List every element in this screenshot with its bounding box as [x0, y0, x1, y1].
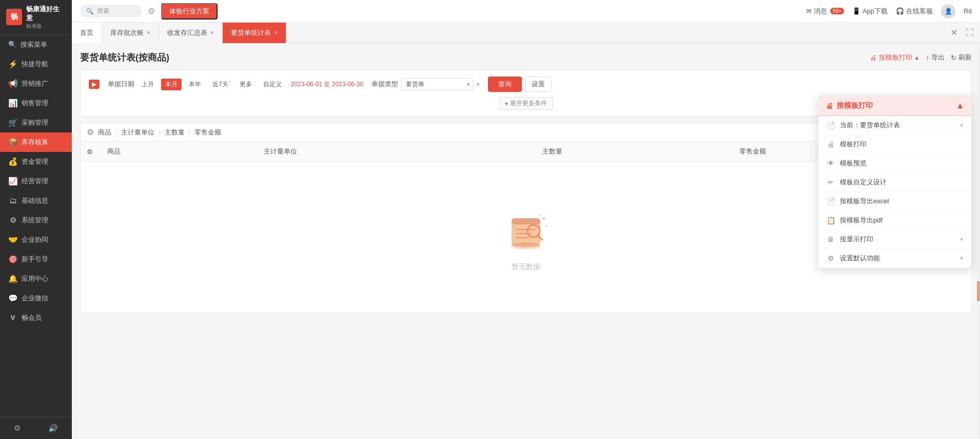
sidebar-search[interactable]: 🔍 搜索菜单 [0, 35, 72, 54]
tab-order-stats[interactable]: 要货单统计表 × [223, 23, 286, 43]
dropdown-display-print[interactable]: 🖥 按显示打印 ▾ [818, 230, 971, 249]
dropdown-template-design[interactable]: ✏ 模板自定义设计 [818, 173, 971, 192]
expand-more-btn[interactable]: ▾ 展开更多条件 [499, 97, 553, 110]
sidebar-item-cooperation[interactable]: 🤝 企业协同 [0, 230, 72, 250]
sidebar-item-finance[interactable]: 💰 资金管理 [0, 152, 72, 171]
print-dropdown-icon: ▲ [914, 54, 920, 61]
sidebar-item-system[interactable]: ⚙ 系统管理 [0, 211, 72, 230]
current-template-arrow-icon: ▾ [960, 122, 963, 129]
dropdown-chevron-icon: ▾ [476, 80, 480, 88]
tab-batch-label: 库存批次账 [110, 28, 144, 37]
settings-icon[interactable]: ⚙ [148, 6, 155, 16]
sidebar-item-quicknav[interactable]: ⚡ 快捷导航 [0, 54, 72, 74]
search-icon: 🔍 [8, 41, 16, 48]
nav-icon-wechat: 💬 [8, 294, 17, 303]
date-btn-custom[interactable]: 自定义 [259, 79, 286, 90]
dropdown-template-excel[interactable]: 📄 按模板导出excel [818, 192, 971, 211]
app-logo: 畅 畅康通好生意 标准版 [0, 0, 72, 35]
settings-icon[interactable]: ⚙ [12, 422, 23, 435]
query-button[interactable]: 查询 [488, 77, 522, 92]
sidebar-nav-list: ⚡ 快捷导航 📢 营销推广 📊 销售管理 🛒 采购管理 📦 库存核算 💰 资金管… [0, 54, 72, 417]
page-title: 要货单统计表(按商品) [80, 51, 169, 64]
sidebar-item-sales[interactable]: 📊 销售管理 [0, 93, 72, 113]
dropdown-template-preview[interactable]: 👁 模板预览 [818, 154, 971, 173]
settings-button[interactable]: 设置 [525, 77, 552, 92]
sidebar-item-inventory[interactable]: 📦 库存核算 [0, 132, 72, 152]
sidebar-item-label: 系统管理 [22, 216, 48, 225]
tab-receivables-close[interactable]: × [210, 29, 214, 36]
svg-point-9 [543, 217, 545, 219]
nav-icon-inventory: 📦 [8, 138, 17, 147]
date-btn-thisyear[interactable]: 本年 [185, 79, 205, 90]
pdf-icon: 📋 [827, 216, 835, 224]
date-btn-thismonth[interactable]: 本月 [161, 79, 182, 90]
nav-icon-cooperation: 🤝 [8, 235, 17, 244]
dropdown-default-fn[interactable]: ⚙ 设置默认功能 ▾ [818, 249, 971, 268]
th-unit: 主计量单位 [258, 142, 536, 162]
sidebar-item-operations[interactable]: 📈 经营管理 [0, 171, 72, 191]
content-area: 要货单统计表(按商品) 🖨 按模板打印 ▲ ↑ 导出 ↻ 刷新 [72, 43, 980, 439]
topbar-search[interactable]: 🔍 搜索 [80, 5, 142, 17]
sidebar-item-label: 应用中心 [22, 274, 48, 283]
dropdown-close-icon[interactable]: ▲ [956, 101, 964, 110]
tab-expand-icon[interactable]: ⛶ [964, 26, 976, 40]
message-button[interactable]: ✉ 消息 99+ [806, 7, 844, 16]
column-settings-icon[interactable]: ⚙ [87, 127, 94, 137]
type-select[interactable]: 要货单 [401, 78, 473, 90]
tab-receivables[interactable]: 收发存汇总表 × [159, 23, 223, 43]
page-header: 要货单统计表(按商品) 🖨 按模板打印 ▲ ↑ 导出 ↻ 刷新 [80, 51, 972, 64]
sidebar-item-label: 新手引导 [22, 255, 48, 264]
search-icon: 🔍 [86, 8, 94, 15]
col-quantity: 主数量 [165, 128, 185, 137]
tab-order-stats-close[interactable]: × [274, 29, 278, 36]
export-button[interactable]: ↑ 导出 [926, 53, 945, 62]
date-btn-lastmonth[interactable]: 上月 [138, 79, 158, 90]
type-filter-group: 单据类型 要货单 ▾ [371, 78, 480, 90]
nav-icon-system: ⚙ [8, 216, 17, 225]
sidebar-item-label: 企业协同 [22, 235, 48, 244]
sidebar-item-basic[interactable]: 🗂 基础信息 [0, 191, 72, 211]
svg-point-10 [546, 225, 547, 227]
app-name: 畅康通好生意 [26, 5, 66, 23]
print-dropdown-popup: 🖨 按模板打印 ▲ 📄 当前：要货单统计表 ▾ 🖨 模板打印 👁 [818, 96, 972, 269]
tab-receivables-label: 收发存汇总表 [167, 28, 207, 37]
date-btn-more[interactable]: 更多 [236, 79, 256, 90]
dropdown-current-template[interactable]: 📄 当前：要货单统计表 ▾ [818, 116, 971, 135]
display-print-icon: 🖥 [827, 235, 835, 243]
scrollbar-thumb[interactable] [977, 281, 980, 301]
sidebar-item-wechat[interactable]: 💬 企业微信 [0, 289, 72, 308]
right-scrollbar[interactable] [977, 43, 980, 439]
sidebar-item-guide[interactable]: 🎯 新手引导 [0, 250, 72, 269]
nav-icon-basic: 🗂 [8, 196, 17, 205]
dropdown-current-left: 📄 当前：要货单统计表 [827, 121, 900, 130]
sidebar-item-member[interactable]: V 畅会员 [0, 308, 72, 328]
sidebar-item-purchase[interactable]: 🛒 采购管理 [0, 113, 72, 132]
filter-arrow-icon[interactable]: ▶ [89, 80, 100, 89]
sidebar-item-label: 销售管理 [22, 99, 48, 108]
tab-home[interactable]: 首页 [72, 23, 102, 43]
trial-button[interactable]: 体验行业方案 [161, 3, 218, 20]
main-area: 🔍 搜索 ⚙ 体验行业方案 ✉ 消息 99+ 📱 App下载 🎧 在线客服 👤 … [72, 0, 980, 439]
dropdown-template-pdf[interactable]: 📋 按模板导出pdf [818, 211, 971, 230]
avatar[interactable]: 👤 [941, 4, 955, 18]
th-settings[interactable]: ⚙ [81, 142, 101, 162]
filter-row: ▶ 单据日期 上月 本月 本年 近7天 更多 自定义 2023-06-01 至 … [89, 77, 963, 92]
refresh-button[interactable]: ↻ 刷新 [951, 53, 972, 62]
filter-expand-toggle[interactable]: ▶ [89, 80, 100, 89]
sidebar-item-marketing[interactable]: 📢 营销推广 [0, 74, 72, 93]
tab-batch-close[interactable]: × [147, 29, 150, 36]
dropdown-template-print[interactable]: 🖨 模板打印 [818, 135, 971, 154]
sidebar-item-label: 快捷导航 [22, 60, 48, 69]
tab-batch[interactable]: 库存批次账 × [102, 23, 159, 43]
print-button[interactable]: 🖨 按模板打印 ▲ [870, 53, 920, 62]
online-service-button[interactable]: 🎧 在线客服 [896, 7, 933, 16]
speaker-icon[interactable]: 🔊 [46, 422, 60, 435]
app-download-button[interactable]: 📱 App下载 [852, 7, 888, 16]
search-placeholder: 搜索 [97, 7, 109, 15]
empty-text: 暂无数据 [512, 262, 540, 272]
sidebar-item-appstore[interactable]: 🔔 应用中心 [0, 269, 72, 289]
tab-close-all-icon[interactable]: ✕ [949, 26, 959, 40]
col-unit: 主计量单位 [121, 128, 154, 137]
dropdown-title: 按模板打印 [837, 101, 873, 110]
date-btn-7days[interactable]: 近7天 [208, 79, 232, 90]
